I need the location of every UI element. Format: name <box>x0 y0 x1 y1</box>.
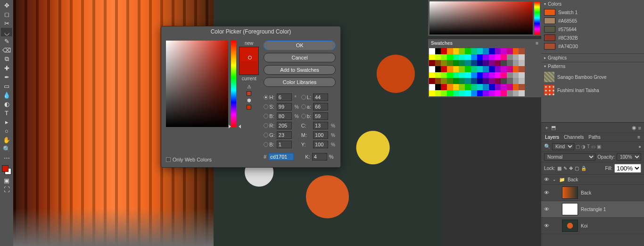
swatch-cell[interactable] <box>429 72 435 78</box>
swatch-cell[interactable] <box>453 72 459 78</box>
shape-tool[interactable]: ○ <box>1 127 12 135</box>
swatch-cell[interactable] <box>471 72 477 78</box>
swatch-cell[interactable] <box>513 72 519 78</box>
swatch-chip[interactable] <box>544 26 555 33</box>
swatch-chip[interactable] <box>544 43 555 50</box>
swatch-cell[interactable] <box>501 72 507 78</box>
lock-pixels-icon[interactable]: ✎ <box>563 166 567 171</box>
swatch-cell[interactable] <box>507 48 513 54</box>
swatch-cell[interactable] <box>441 84 447 90</box>
swatch-cell[interactable] <box>489 90 495 96</box>
add-swatches-button[interactable]: Add to Swatches <box>264 65 336 75</box>
swatch-cell[interactable] <box>459 90 465 96</box>
crop-tool[interactable]: ✂ <box>1 19 12 27</box>
current-color[interactable] <box>239 61 258 75</box>
swatch-cell[interactable] <box>489 78 495 84</box>
swatch-cell[interactable] <box>471 48 477 54</box>
blend-mode[interactable]: Normal <box>544 153 595 161</box>
bv-radio[interactable] <box>264 114 268 119</box>
swatch-cell[interactable] <box>441 48 447 54</box>
swatch-cell[interactable] <box>459 54 465 60</box>
swatch-cell[interactable] <box>447 84 453 90</box>
swatch-cell[interactable] <box>429 84 435 90</box>
new-layer-icon[interactable]: ＋ <box>544 124 549 131</box>
hand-tool[interactable]: ✋ <box>1 136 12 144</box>
swatch-cell[interactable] <box>489 84 495 90</box>
blur-tool[interactable]: 💧 <box>1 91 12 99</box>
filter-toggle[interactable]: ● <box>638 144 641 149</box>
swatch-cell[interactable] <box>513 60 519 66</box>
layers-menu-icon[interactable]: ≡ <box>637 135 640 140</box>
lasso-tool[interactable]: ◡ <box>1 28 12 36</box>
swatch-cell[interactable] <box>459 48 465 54</box>
mini-sat-field[interactable] <box>429 1 533 34</box>
swatch-cell[interactable] <box>495 72 501 78</box>
swatch-cell[interactable] <box>477 66 483 72</box>
swatch-cell[interactable] <box>483 48 489 54</box>
group-chevron-icon[interactable]: ⌄ <box>553 177 556 182</box>
swatch-cell[interactable] <box>447 78 453 84</box>
swatch-cell[interactable] <box>471 84 477 90</box>
swatch-cell[interactable] <box>501 48 507 54</box>
swatch-cell[interactable] <box>429 78 435 84</box>
g-radio[interactable] <box>264 133 268 137</box>
swatch-cell[interactable] <box>435 48 441 54</box>
s-input[interactable] <box>277 103 292 110</box>
gamut-warning-icon[interactable]: ⚠ <box>247 84 251 89</box>
swatches-menu-icon[interactable]: ≡ <box>536 41 538 46</box>
swatch-cell[interactable] <box>507 60 513 66</box>
swatch-cell[interactable] <box>435 78 441 84</box>
swatch-cell[interactable] <box>495 54 501 60</box>
r-radio[interactable] <box>264 123 268 128</box>
swatch-cell[interactable] <box>447 90 453 96</box>
visibility-icon[interactable]: 👁 <box>544 206 550 212</box>
swatch-cell[interactable] <box>447 66 453 72</box>
swatch-cell[interactable] <box>507 72 513 78</box>
channels-tab[interactable]: Channels <box>564 135 584 140</box>
swatch-cell[interactable] <box>519 48 525 54</box>
m-input[interactable] <box>313 131 328 139</box>
color-swatch-row[interactable]: #A74D30 <box>544 42 641 51</box>
swatch-chip[interactable] <box>544 9 555 16</box>
path-select-tool[interactable]: ▸ <box>1 118 12 126</box>
swatch-cell[interactable] <box>465 48 471 54</box>
swatch-cell[interactable] <box>513 90 519 96</box>
pattern-thumb[interactable] <box>544 85 554 95</box>
swatch-cell[interactable] <box>465 78 471 84</box>
swatch-cell[interactable] <box>429 60 435 66</box>
swatch-cell[interactable] <box>483 78 489 84</box>
swatch-cell[interactable] <box>477 54 483 60</box>
swatch-cell[interactable] <box>465 72 471 78</box>
swatch-cell[interactable] <box>513 78 519 84</box>
swatch-cell[interactable] <box>465 84 471 90</box>
swatch-cell[interactable] <box>495 90 501 96</box>
swatch-cell[interactable] <box>495 78 501 84</box>
b-radio[interactable] <box>301 114 306 119</box>
pattern-thumb[interactable] <box>544 72 554 82</box>
swatch-cell[interactable] <box>519 54 525 60</box>
swatch-cell[interactable] <box>453 60 459 66</box>
swatch-cell[interactable] <box>453 78 459 84</box>
l-input[interactable] <box>313 93 328 101</box>
h-radio[interactable] <box>264 95 268 100</box>
swatch-cell[interactable] <box>429 66 435 72</box>
color-swatch-row[interactable]: #575644 <box>544 25 641 34</box>
swatch-cell[interactable] <box>519 78 525 84</box>
swatch-cell[interactable] <box>483 90 489 96</box>
swatch-cell[interactable] <box>489 72 495 78</box>
filter-type-icon[interactable]: T <box>587 144 590 149</box>
zoom-tool[interactable]: 🔍 <box>1 144 12 153</box>
swatch-chip[interactable] <box>544 17 555 24</box>
a-radio[interactable] <box>301 104 306 109</box>
lock-all-icon[interactable]: 🔒 <box>581 166 586 171</box>
more-tool[interactable]: ⋯ <box>1 153 12 162</box>
swatch-cell[interactable] <box>501 90 507 96</box>
swatch-cell[interactable] <box>465 54 471 60</box>
pen-tool[interactable]: ✒ <box>1 73 12 81</box>
type-tool[interactable]: T <box>1 109 12 117</box>
graphics-header[interactable]: Graphics <box>548 55 567 60</box>
swatch-cell[interactable] <box>441 78 447 84</box>
b-input[interactable] <box>313 112 328 120</box>
gradient-tool[interactable]: ▭ <box>1 82 12 90</box>
swatch-cell[interactable] <box>513 54 519 60</box>
